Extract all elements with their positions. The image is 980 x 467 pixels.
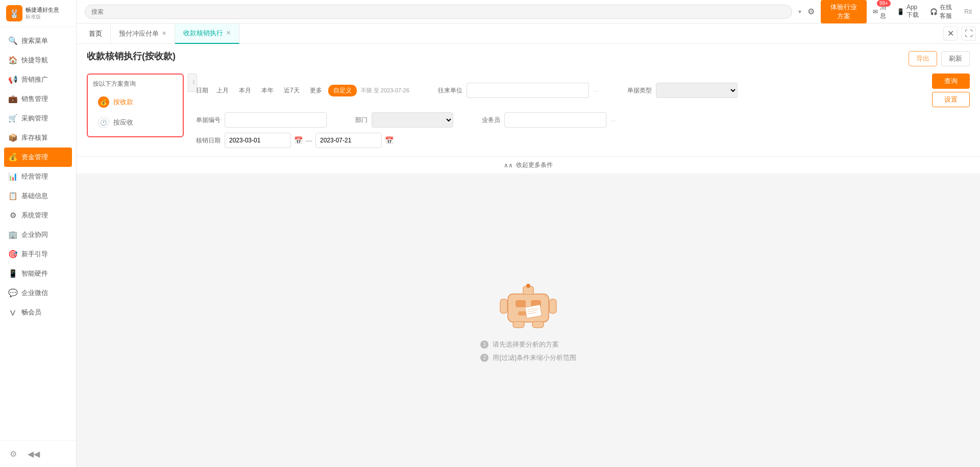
management-icon: 📊 [8, 172, 17, 181]
verify-date-end-input[interactable] [315, 133, 382, 148]
sidebar-label-smart-hw: 智能硬件 [21, 269, 48, 278]
service-btn[interactable]: 🎧 在线客服 [930, 3, 954, 20]
sidebar-item-marketing[interactable]: 📢营销推广 [0, 70, 76, 89]
dept-select[interactable] [372, 112, 453, 128]
staff-more-icon[interactable]: ··· [610, 116, 616, 124]
sidebar-label-inventory: 库存核算 [21, 133, 48, 142]
gear-icon[interactable]: ⚙ [807, 7, 815, 16]
sidebar-label-enterprise: 企业协同 [21, 230, 48, 239]
query-btn[interactable]: 查询 [932, 73, 970, 89]
sidebar-item-finance[interactable]: 💰资金管理 [4, 148, 72, 167]
filter-row-3: 核销日期 📅 — 📅 [196, 133, 970, 148]
verify-date-start-calendar-icon[interactable]: 📅 [294, 136, 303, 144]
tip-2-text: 用[过滤]条件来缩小分析范围 [493, 353, 576, 362]
logo-badge: 标准版 [26, 13, 59, 20]
counterparty-more-icon[interactable]: ··· [593, 87, 599, 94]
date-btn-7days[interactable]: 近7天 [280, 85, 304, 96]
sidebar-item-wechat[interactable]: 💬企业微信 [0, 283, 76, 303]
sidebar-item-quick-nav[interactable]: 🏠快捷导航 [0, 51, 76, 70]
svg-rect-9 [532, 322, 544, 328]
date-btn-this-year[interactable]: 本年 [257, 85, 278, 96]
service-label: 在线客服 [940, 3, 954, 20]
refresh-btn[interactable]: 刷新 [941, 51, 970, 66]
filter-dept-group: 部门 [355, 112, 453, 128]
date-btn-this-month[interactable]: 本月 [235, 85, 255, 96]
collapse-more-btn[interactable]: ∧∧ 收起更多条件 [77, 156, 980, 174]
empty-tips: 1 请先选择要分析的方案 2 用[过滤]条件来缩小分析范围 [480, 340, 576, 362]
sidebar-label-search: 搜索菜单 [21, 36, 48, 45]
user-name[interactable]: Rit [964, 8, 972, 15]
filter-sidebar-box: 按以下方案查询 💰 按收款 🕐 按应收 [87, 73, 184, 137]
wechat-icon: 💬 [8, 288, 17, 298]
filter-by-receivable[interactable]: 🕐 按应收 [93, 114, 178, 131]
tabbar: 首页 预付冲应付单 ✕ 收款核销执行 ✕ ✕ ⛶ [77, 23, 980, 44]
settings-bottom-btn[interactable]: ⚙ [5, 446, 21, 462]
sidebar-label-system: 系统管理 [21, 211, 48, 220]
enterprise-icon: 🏢 [8, 230, 17, 239]
action-btns: 查询 设置 [932, 73, 970, 107]
member-icon: V [8, 308, 17, 317]
maximize-btn[interactable]: ⛶ [962, 27, 976, 41]
sidebar-label-member: 畅会员 [21, 308, 41, 317]
date-btn-more[interactable]: 更多 [306, 85, 326, 96]
counterparty-input[interactable] [467, 83, 589, 98]
tab-receipt-verify[interactable]: 收款核销执行 ✕ [175, 23, 239, 44]
topbar-right: ✉ 消息 99+ 📱 App下载 🎧 在线客服 Rit [873, 3, 972, 20]
sidebar-item-enterprise[interactable]: 🏢企业协同 [0, 225, 76, 244]
setting-btn[interactable]: 设置 [932, 92, 970, 107]
search-icon: 🔍 [8, 36, 17, 45]
chevron-up-icon: ∧∧ [504, 162, 513, 169]
sidebar-item-member[interactable]: V畅会员 [0, 303, 76, 322]
collapse-more-label: 收起更多条件 [516, 161, 553, 169]
sidebar-item-inventory[interactable]: 📦库存核算 [0, 128, 76, 148]
main-area: ▾ ⚙ 体验行业方案 ✉ 消息 99+ 📱 App下载 🎧 在线客服 Rit 首… [77, 0, 980, 467]
date-btn-custom[interactable]: 自定义 [328, 85, 357, 96]
doctype-label: 单据类型 [627, 86, 652, 95]
export-btn[interactable]: 导出 [909, 51, 937, 66]
staff-input[interactable] [504, 112, 606, 128]
filter-doctype-group: 单据类型 [627, 83, 738, 98]
sidebar-nav: 🔍搜索菜单 🏠快捷导航 📢营销推广 💼销售管理 🛒采购管理 📦库存核算 💰资金管… [0, 27, 76, 440]
dept-label: 部门 [355, 116, 368, 125]
message-btn[interactable]: ✉ 消息 99+ [873, 3, 887, 20]
close-tab-btn[interactable]: ✕ [943, 27, 958, 41]
industry-btn[interactable]: 体验行业方案 [821, 0, 867, 23]
verify-date-end-calendar-icon[interactable]: 📅 [385, 136, 394, 144]
tab-receipt-verify-close[interactable]: ✕ [226, 30, 231, 36]
doctype-select[interactable] [656, 83, 738, 98]
tab-actions: ✕ ⛶ [943, 27, 976, 41]
sidebar-item-smart-hw[interactable]: 📱智能硬件 [0, 264, 76, 283]
app-download-btn[interactable]: 📱 App下载 [897, 4, 920, 19]
topbar-search-input[interactable] [85, 5, 792, 19]
filter-by-receipt[interactable]: 💰 按收款 [93, 93, 178, 111]
counterparty-label: 往来单位 [438, 86, 462, 95]
sidebar-item-system[interactable]: ⚙系统管理 [0, 206, 76, 225]
sidebar-item-management[interactable]: 📊经营管理 [0, 167, 76, 186]
tab-home[interactable]: 首页 [81, 23, 111, 44]
svg-rect-6 [500, 299, 507, 313]
message-badge: 99+ [877, 0, 891, 7]
tab-prepay-label: 预付冲应付单 [119, 29, 159, 38]
sidebar-item-search[interactable]: 🔍搜索菜单 [0, 31, 76, 51]
sidebar-item-basic-info[interactable]: 📋基础信息 [0, 186, 76, 206]
verify-date-label: 核销日期 [196, 136, 220, 145]
empty-robot-icon [498, 279, 559, 330]
tab-prepay[interactable]: 预付冲应付单 ✕ [111, 23, 175, 44]
sidebar-label-quick-nav: 快捷导航 [21, 56, 48, 65]
docnumber-input[interactable] [225, 112, 327, 128]
collapse-sidebar-btn[interactable]: ◀◀ [26, 446, 42, 462]
sidebar-item-purchase[interactable]: 🛒采购管理 [0, 109, 76, 128]
verify-date-start-input[interactable] [225, 133, 291, 148]
date-btn-last-month[interactable]: 上月 [212, 85, 233, 96]
sidebar-item-sales[interactable]: 💼销售管理 [0, 89, 76, 109]
tip-num-2: 2 [480, 354, 488, 362]
filter-row-2: 单据编号 部门 业务员 ··· [196, 112, 970, 128]
sidebar-item-guide[interactable]: 🎯新手引导 [0, 244, 76, 264]
tab-prepay-close[interactable]: ✕ [162, 30, 166, 37]
collapse-filter-btn[interactable]: 《 [188, 73, 197, 92]
service-icon: 🎧 [930, 8, 938, 15]
chevron-down-icon[interactable]: ▾ [798, 8, 801, 15]
filter-docnumber-group: 单据编号 [196, 112, 327, 128]
sidebar-label-finance: 资金管理 [21, 153, 48, 162]
app-icon: 📱 [897, 8, 904, 15]
